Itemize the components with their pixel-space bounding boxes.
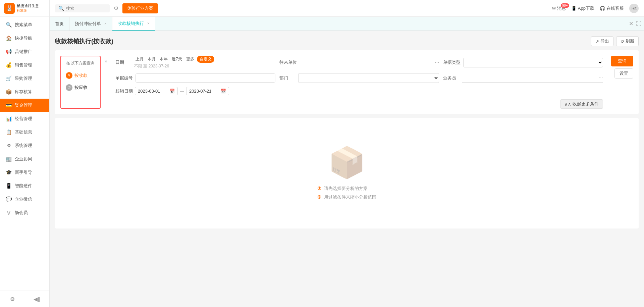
top-search-input[interactable] [66, 6, 106, 11]
operations-icon: 📊 [5, 115, 12, 122]
sidebar-item-operations[interactable]: 📊 经营管理 [0, 112, 49, 125]
collapse-sidebar-btn[interactable]: ◀‖ [32, 294, 42, 304]
online-service-btn[interactable]: 🎧 在线客服 [600, 5, 624, 11]
settings-filter-btn[interactable]: 设置 [614, 68, 633, 79]
date-chip-last-month[interactable]: 上月 [134, 56, 145, 63]
sidebar-item-system[interactable]: ⚙ 系统管理 [0, 139, 49, 152]
dept-select[interactable] [298, 73, 439, 83]
tab-writeoff-label: 收款核销执行 [118, 20, 144, 27]
refresh-btn[interactable]: ↺ 刷新 [616, 36, 639, 46]
date-chip-this-year[interactable]: 本年 [158, 56, 169, 63]
user-avatar[interactable]: Rit [629, 4, 639, 13]
date-chips: 上月 本月 本年 近7天 更多 自定义 [134, 56, 275, 63]
filter-option-by-receivable[interactable]: ⏱ 按应收 [64, 82, 97, 94]
sidebar-item-finance[interactable]: 💳 资金管理 [0, 99, 49, 112]
logo-icon: 🐰 [4, 3, 15, 14]
sidebar-item-basics[interactable]: 📋 基础信息 [0, 125, 49, 139]
enterprise-icon: 🏢 [5, 156, 12, 162]
industry-btn[interactable]: 休验行业方案 [122, 3, 158, 13]
sidebar-item-purchase[interactable]: 🛒 采购管理 [0, 72, 49, 85]
sidebar-item-marketing[interactable]: 📢 营销推广 [0, 45, 49, 58]
wechat-icon: 💬 [5, 196, 12, 203]
empty-state: 📦 ① 请先选择要分析的方案 ② 用过滤条件来缩小分析范围 [55, 118, 639, 228]
sidebar-bottom: ⚙ ◀‖ [0, 291, 49, 307]
filter-collapse-arrow[interactable]: » [105, 56, 111, 109]
filter-field-dept: 部门 [279, 73, 439, 83]
sidebar-item-sales[interactable]: 💰 销售管理 [0, 58, 49, 72]
phone-icon: 📱 [571, 6, 577, 11]
app-edition: 标准版 [17, 8, 39, 13]
message-icon: ✉ [552, 6, 556, 11]
tab-writeoff-close[interactable]: × [147, 21, 150, 26]
doc-no-input[interactable] [136, 73, 275, 83]
settings-bottom-btn[interactable]: ⚙ [7, 294, 18, 304]
sidebar-item-hardware[interactable]: 📱 智能硬件 [0, 179, 49, 193]
sidebar-nav: 🔍 搜索菜单 🏠 快捷导航 📢 营销推广 💰 销售管理 🛒 采购管理 📦 库存核… [0, 17, 49, 291]
system-icon: ⚙ [5, 142, 12, 149]
message-btn[interactable]: ✉ 消息 99+ [552, 5, 566, 11]
date-chip-more[interactable]: 更多 [185, 56, 196, 63]
counterpart-more-btn[interactable]: ··· [435, 59, 439, 65]
query-btn[interactable]: 查询 [611, 56, 633, 66]
filter-sidebar-title: 按以下方案查询 [64, 60, 97, 66]
topbar-right: ✉ 消息 99+ 📱 App下载 🎧 在线客服 Rit [552, 4, 639, 13]
filter-actions-row: ∧∧ 收起更多条件 [115, 99, 603, 109]
sidebar-item-inventory[interactable]: 📦 库存核算 [0, 85, 49, 99]
page-header: 收款核销执行(按收款) ↗ 导出 ↺ 刷新 [55, 36, 639, 46]
app-download-btn[interactable]: 📱 App下载 [571, 5, 594, 11]
doc-type-select[interactable] [463, 58, 603, 67]
filter-options-sidebar: 按以下方案查询 ¥ 按收款 ⏱ 按应收 [60, 56, 101, 109]
headset-icon: 🎧 [600, 6, 605, 11]
filter-form: 日期 上月 本月 本年 近7天 更多 自定义 不限 [115, 56, 603, 109]
date-chip-this-month[interactable]: 本月 [146, 56, 157, 63]
dept-label: 部门 [279, 75, 296, 81]
tab-home[interactable]: 首页 [50, 17, 69, 31]
message-badge: 99+ [561, 3, 569, 8]
sidebar-item-wechat[interactable]: 💬 企业微信 [0, 193, 49, 206]
page-actions: ↗ 导出 ↺ 刷新 [591, 36, 639, 46]
calendar-start-icon[interactable]: 📅 [169, 89, 175, 94]
date-label: 日期 [115, 59, 131, 65]
filter-option-by-receipt[interactable]: ¥ 按收款 [64, 69, 97, 82]
marketing-icon: 📢 [5, 48, 12, 55]
sidebar-item-search[interactable]: 🔍 搜索菜单 [0, 18, 49, 32]
date-no-limit: 不限 [134, 64, 142, 68]
writeoff-date-start-input[interactable] [138, 89, 168, 94]
writeoff-date-end-input[interactable] [189, 89, 219, 94]
main-area: 🔍 ⚙ 休验行业方案 ✉ 消息 99+ 📱 App下载 🎧 在线客服 Rit 首… [50, 0, 644, 307]
tab-close-all-btn[interactable]: ✕ [629, 20, 633, 27]
date-chip-7days[interactable]: 近7天 [170, 56, 183, 63]
tab-prepay[interactable]: 预付冲应付单 × [69, 17, 112, 31]
tabbar: 首页 预付冲应付单 × 收款核销执行 × ✕ ⛶ [50, 17, 644, 31]
hardware-icon: 📱 [5, 183, 12, 189]
refresh-icon: ↺ [621, 39, 624, 44]
sidebar-item-guide[interactable]: 🎓 新手引导 [0, 166, 49, 179]
sidebar: 🐰 畅捷通好生意 标准版 🔍 搜索菜单 🏠 快捷导航 📢 营销推广 💰 销售管理… [0, 0, 50, 307]
export-btn[interactable]: ↗ 导出 [591, 36, 613, 46]
tab-prepay-close[interactable]: × [104, 21, 107, 26]
staff-more-btn[interactable]: ··· [599, 75, 603, 81]
guide-icon: 🎓 [5, 169, 12, 176]
collapse-more-btn[interactable]: ∧∧ 收起更多条件 [560, 99, 603, 109]
topbar: 🔍 ⚙ 休验行业方案 ✉ 消息 99+ 📱 App下载 🎧 在线客服 Rit [50, 0, 644, 17]
calendar-end-icon[interactable]: 📅 [221, 89, 226, 94]
tab-prepay-label: 预付冲应付单 [75, 21, 101, 27]
top-search-box[interactable]: 🔍 [55, 4, 110, 12]
settings-icon[interactable]: ⚙ [114, 5, 118, 11]
filter-row-2: 单据编号 部门 业务员 ··· [115, 73, 603, 83]
content-area: 收款核销执行(按收款) ↗ 导出 ↺ 刷新 按以下方案查询 ¥ 按收款 [50, 31, 644, 307]
sidebar-item-enterprise[interactable]: 🏢 企业协同 [0, 152, 49, 166]
tabbar-actions: ✕ ⛶ [626, 17, 644, 31]
date-to: 至 2023-07-26 [143, 64, 169, 68]
export-icon: ↗ [595, 39, 599, 44]
tab-expand-btn[interactable]: ⛶ [636, 21, 641, 27]
collapse-arrow-icon: ∧∧ [565, 102, 571, 107]
sidebar-item-quick-nav[interactable]: 🏠 快捷导航 [0, 32, 49, 45]
filter-panel: 按以下方案查询 ¥ 按收款 ⏱ 按应收 » [55, 50, 639, 114]
app-name: 畅捷通好生意 [17, 3, 39, 8]
tab-writeoff[interactable]: 收款核销执行 × [112, 17, 155, 31]
sidebar-item-member[interactable]: V 畅会员 [0, 206, 49, 219]
date-chip-custom[interactable]: 自定义 [197, 56, 214, 63]
search-icon: 🔍 [58, 6, 64, 11]
empty-tips: ① 请先选择要分析的方案 ② 用过滤条件来缩小分析范围 [317, 184, 376, 202]
